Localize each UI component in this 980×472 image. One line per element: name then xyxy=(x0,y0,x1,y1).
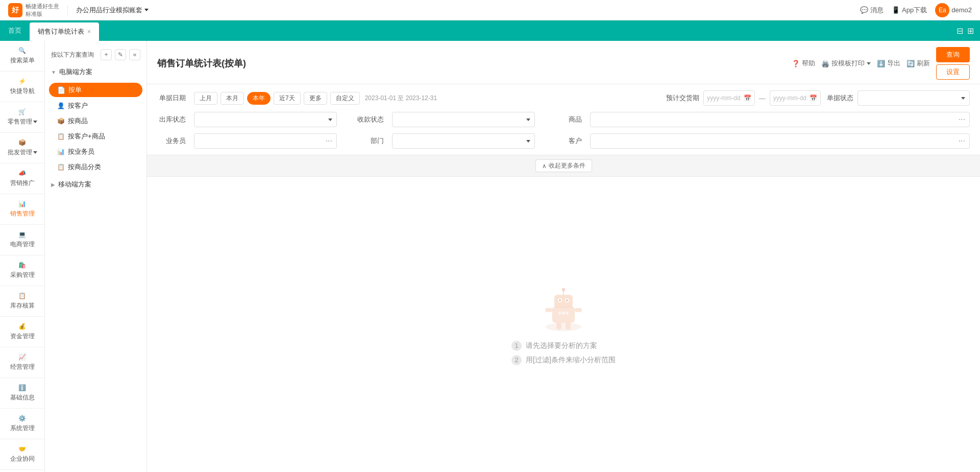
svg-point-13 xyxy=(558,312,561,315)
tree-parent-pc[interactable]: ▼ 电脑端方案 xyxy=(45,64,146,80)
chevron-down-icon xyxy=(144,9,149,11)
edit-scheme-btn[interactable]: ✎ xyxy=(115,49,126,60)
retail-icon: 🛒 xyxy=(18,108,26,115)
svg-rect-10 xyxy=(575,308,582,312)
maximize-icon[interactable]: ⊞ xyxy=(967,26,974,36)
sidebar-item-sales[interactable]: 📊 销售管理 xyxy=(0,194,44,225)
sidebar-item-inventory[interactable]: 📋 库存核算 xyxy=(0,286,44,317)
operations-icon: 📈 xyxy=(18,353,26,361)
message-btn[interactable]: 💬 消息 xyxy=(860,6,884,15)
tree-item-by-customer[interactable]: 👤 按客户 xyxy=(45,98,146,113)
sidebar-item-newbie[interactable]: 🌟 新手引导 xyxy=(0,470,44,472)
collapse-arrow-icon: ∧ xyxy=(542,162,547,170)
bill-status-select[interactable] xyxy=(857,90,970,106)
svg-point-5 xyxy=(559,299,561,301)
page-header: 销售订单统计表(按单) ❓ 帮助 🖨️ 按模板打印 ⬇️ 导出 xyxy=(147,41,980,84)
tree-arrow-mobile-icon: ▶ xyxy=(51,182,55,187)
sidebar-item-retail[interactable]: 🛒 零售管理 xyxy=(0,102,44,133)
sidebar-item-purchase[interactable]: 🛍️ 采购管理 xyxy=(0,255,44,286)
divider xyxy=(67,5,68,15)
delivery-date-from[interactable]: yyyy-mm-dd 📅 xyxy=(703,90,754,106)
tip-num-2: 2 xyxy=(511,355,522,365)
delivery-status-select[interactable] xyxy=(194,112,337,127)
export-btn[interactable]: ⬇️ 导出 xyxy=(877,59,900,68)
sidebar-item-marketing[interactable]: 📣 营销推广 xyxy=(0,163,44,194)
collapse-panel-btn[interactable]: « xyxy=(129,49,140,60)
search-button[interactable]: 查询 xyxy=(936,47,970,62)
export-icon: ⬇️ xyxy=(877,60,885,67)
date-btn-7days[interactable]: 近7天 xyxy=(274,92,301,105)
marketing-icon: 📣 xyxy=(18,170,26,177)
empty-tip-1: 1 请先选择要分析的方案 xyxy=(511,341,616,351)
salesperson-label: 业务员 xyxy=(157,136,186,146)
date-btn-more[interactable]: 更多 xyxy=(304,92,327,105)
add-scheme-btn[interactable]: + xyxy=(101,49,112,60)
svg-point-8 xyxy=(562,288,565,291)
product-input[interactable]: ··· xyxy=(590,112,970,127)
svg-rect-9 xyxy=(545,308,552,312)
settings-button[interactable]: 设置 xyxy=(936,64,970,80)
sidebar-item-finance[interactable]: 💰 资金管理 xyxy=(0,317,44,347)
salesperson-input[interactable]: ··· xyxy=(194,133,337,149)
help-btn[interactable]: ❓ 帮助 xyxy=(792,59,815,68)
tab-close-icon[interactable]: × xyxy=(87,28,91,35)
svg-point-14 xyxy=(562,312,565,315)
customer-dots-icon[interactable]: ··· xyxy=(959,136,965,146)
user-avatar-area[interactable]: Ea demo2 xyxy=(935,3,972,17)
tab-sales-order[interactable]: 销售订单统计表 × xyxy=(30,22,99,41)
collapse-conditions-btn[interactable]: ∧ 收起更多条件 xyxy=(535,159,592,172)
tree-item-by-product[interactable]: 📦 按商品 xyxy=(45,113,146,129)
product-dots-icon[interactable]: ··· xyxy=(959,115,965,124)
tab-home[interactable]: 首页 xyxy=(0,20,30,41)
company-selector[interactable]: 办公用品行业模拟账套 xyxy=(76,6,149,15)
refresh-btn[interactable]: 🔄 刷新 xyxy=(906,59,930,68)
print-icon: 🖨️ xyxy=(821,60,829,67)
inventory-icon: 📋 xyxy=(18,292,26,299)
customer-label: 客户 xyxy=(553,136,582,146)
template-print-btn[interactable]: 🖨️ 按模板打印 xyxy=(821,59,871,68)
empty-tip-2: 2 用[过滤]条件来缩小分析范围 xyxy=(511,355,616,365)
top-bar-left: 好 畅捷通好生意 标准版 办公用品行业模拟账套 xyxy=(8,3,149,17)
pc-section-items: 📄 按单 👤 按客户 📦 按商品 📋 按客户+商品 📊 xyxy=(45,80,146,177)
app-download-btn[interactable]: 📱 App下载 xyxy=(892,6,927,15)
chevron-down-icon xyxy=(33,151,37,154)
filter-row-1: 单据日期 上月 本月 本年 近7天 更多 自定义 2023-01-01 至 20… xyxy=(157,90,970,106)
calendar-icon-2: 📅 xyxy=(810,95,817,102)
sidebar-item-quick-nav[interactable]: ⚡ 快捷导航 xyxy=(0,72,44,102)
chevron-down-icon xyxy=(33,121,37,123)
page-actions: ❓ 帮助 🖨️ 按模板打印 ⬇️ 导出 🔄 刷新 xyxy=(792,47,970,80)
tree-item-by-product-category[interactable]: 📋 按商品分类 xyxy=(45,159,146,175)
date-btn-last-month[interactable]: 上月 xyxy=(194,92,217,105)
payment-status-select[interactable] xyxy=(392,112,535,127)
sales-icon: 📊 xyxy=(18,200,26,207)
tree-item-by-customer-product[interactable]: 📋 按客户+商品 xyxy=(45,129,146,144)
system-icon: ⚙️ xyxy=(18,415,26,422)
tree-item-by-order[interactable]: 📄 按单 xyxy=(49,83,142,97)
salesperson-dots-icon[interactable]: ··· xyxy=(326,136,332,146)
enterprise-icon: 🤝 xyxy=(18,445,26,453)
filter-row-2: 出库状态 收款状态 商品 ··· xyxy=(157,112,970,127)
by-order-icon: 📄 xyxy=(57,86,65,94)
sidebar-item-enterprise[interactable]: 🤝 企业协同 xyxy=(0,439,44,470)
sidebar-item-wholesale[interactable]: 📦 批发管理 xyxy=(0,133,44,163)
customer-input[interactable]: ··· xyxy=(590,133,970,149)
sidebar-item-system[interactable]: ⚙️ 系统管理 xyxy=(0,409,44,439)
delivery-date-to[interactable]: yyyy-mm-dd 📅 xyxy=(770,90,821,106)
left-panel-tools: + ✎ « xyxy=(101,49,140,60)
date-btn-this-year[interactable]: 本年 xyxy=(247,92,271,105)
sidebar-item-search-menu[interactable]: 🔍 搜索菜单 xyxy=(0,41,44,72)
minimize-icon[interactable]: ⊟ xyxy=(957,26,963,36)
sidebar-item-basic-info[interactable]: ℹ️ 基础信息 xyxy=(0,378,44,409)
avatar: Ea xyxy=(935,3,949,17)
tree-item-by-salesperson[interactable]: 📊 按业务员 xyxy=(45,144,146,159)
edit-icon: ✎ xyxy=(118,51,123,58)
wholesale-icon: 📦 xyxy=(18,139,26,146)
ecommerce-icon: 💻 xyxy=(18,231,26,238)
date-btn-custom[interactable]: 自定义 xyxy=(330,92,360,105)
tree-parent-mobile[interactable]: ▶ 移动端方案 xyxy=(45,177,146,192)
date-btn-this-month[interactable]: 本月 xyxy=(220,92,244,105)
sidebar-item-ecommerce[interactable]: 💻 电商管理 xyxy=(0,225,44,255)
sidebar-item-operations[interactable]: 📈 经营管理 xyxy=(0,347,44,378)
department-select[interactable] xyxy=(392,133,535,149)
tip-num-1: 1 xyxy=(511,341,522,351)
